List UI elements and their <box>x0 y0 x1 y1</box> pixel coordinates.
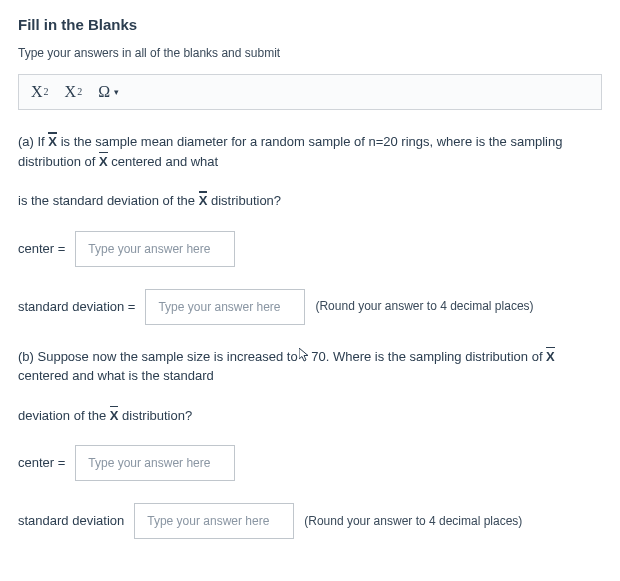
text-fragment: (b) Suppose now the sample size is incre… <box>18 349 301 364</box>
x-bar-symbol: X <box>48 132 57 152</box>
instructions-text: Type your answers in all of the blanks a… <box>18 45 602 62</box>
part-a-center-row: center = <box>18 231 602 267</box>
x-bar-symbol: X <box>99 152 108 172</box>
superscript-sup: 2 <box>77 85 82 99</box>
text-fragment: distribution? <box>118 408 192 423</box>
x-bar-symbol: X <box>199 191 208 211</box>
omega-button[interactable]: Ω▾ <box>98 81 119 103</box>
part-b-line2: deviation of the X distribution? <box>18 406 602 426</box>
superscript-label: X <box>65 81 77 103</box>
part-b-center-input[interactable] <box>75 445 235 481</box>
subscript-label: X <box>31 81 43 103</box>
part-a-std-row: standard deviation = (Round your answer … <box>18 289 602 325</box>
part-a-center-input[interactable] <box>75 231 235 267</box>
text-fragment: distribution? <box>207 193 281 208</box>
part-b-center-row: center = <box>18 445 602 481</box>
subscript-sub: 2 <box>44 85 49 99</box>
part-b-std-input[interactable] <box>134 503 294 539</box>
text-fragment: is the standard deviation of the <box>18 193 199 208</box>
superscript-button[interactable]: X2 <box>65 81 83 103</box>
part-a-std-input[interactable] <box>145 289 305 325</box>
cursor-icon <box>299 348 310 363</box>
part-b-line1: (b) Suppose now the sample size is incre… <box>18 347 602 386</box>
center-label: center = <box>18 454 65 472</box>
part-a-line2: is the standard deviation of the X distr… <box>18 191 602 211</box>
text-fragment: deviation of the <box>18 408 110 423</box>
x-bar-symbol: X <box>546 347 555 367</box>
omega-label: Ω <box>98 81 110 103</box>
std-label: standard deviation <box>18 512 124 530</box>
page-title: Fill in the Blanks <box>18 14 602 35</box>
std-hint: (Round your answer to 4 decimal places) <box>315 298 533 315</box>
center-label: center = <box>18 240 65 258</box>
text-fragment: centered and what <box>108 154 219 169</box>
equation-toolbar: X2 X2 Ω▾ <box>18 74 602 110</box>
text-fragment: centered and what is the standard <box>18 368 214 383</box>
part-b-std-row: standard deviation (Round your answer to… <box>18 503 602 539</box>
chevron-down-icon: ▾ <box>114 86 119 99</box>
subscript-button[interactable]: X2 <box>31 81 49 103</box>
std-hint: (Round your answer to 4 decimal places) <box>304 513 522 530</box>
std-label: standard deviation = <box>18 298 135 316</box>
text-fragment: 70. Where is the sampling distribution o… <box>311 349 546 364</box>
text-fragment: (a) If <box>18 134 48 149</box>
part-a-line1: (a) If X is the sample mean diameter for… <box>18 132 602 171</box>
x-bar-symbol: X <box>110 406 119 426</box>
